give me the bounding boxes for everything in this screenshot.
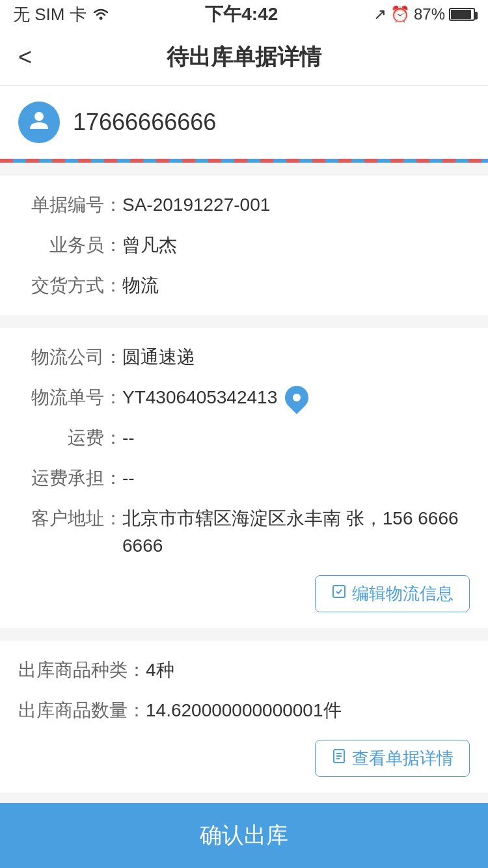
- logistics-info-section: 物流公司： 圆通速递 物流单号： YT4306405342413 运费： -- …: [0, 328, 488, 628]
- avatar: [18, 102, 60, 143]
- status-bar: 无 SIM 卡 下午4:42 ↗ ⏰ 87%: [0, 0, 488, 29]
- nav-bar: < 待出库单据详情: [0, 29, 488, 86]
- customer-header: 17666666666: [0, 86, 488, 159]
- customer-address-value: 北京市市辖区海淀区永丰南 张，156 6666 6666: [122, 505, 470, 560]
- product-quantity-value: 14.620000000000001件: [146, 697, 470, 724]
- confirm-outbound-label: 确认出库: [200, 821, 288, 850]
- edit-logistics-label: 编辑物流信息: [352, 582, 454, 605]
- status-right: ↗ ⏰ 87%: [373, 5, 475, 23]
- freight-value: --: [122, 424, 470, 452]
- basic-info-section: 单据编号： SA-20191227-001 业务员： 曾凡杰 交货方式： 物流: [0, 176, 488, 315]
- edit-logistics-button[interactable]: 编辑物流信息: [315, 575, 470, 612]
- salesperson-value: 曾凡杰: [122, 232, 470, 259]
- status-left: 无 SIM 卡: [13, 3, 110, 26]
- product-quantity-label: 出库商品数量：: [18, 697, 146, 724]
- logistics-company-label: 物流公司：: [18, 344, 122, 371]
- wifi-icon: [92, 5, 110, 25]
- svg-rect-2: [333, 586, 345, 597]
- location-pin-icon[interactable]: [280, 381, 314, 414]
- tracking-number-value: YT4306405342413: [122, 384, 470, 411]
- svg-point-1: [34, 112, 44, 121]
- location-status-icon: ↗: [373, 5, 386, 23]
- alarm-icon: ⏰: [390, 5, 410, 23]
- carrier-label: 无 SIM 卡: [13, 3, 87, 26]
- tracking-number-label: 物流单号：: [18, 384, 122, 411]
- logistics-company-row: 物流公司： 圆通速递: [18, 344, 470, 371]
- svg-point-0: [99, 16, 102, 20]
- freight-bearer-label: 运费承担：: [18, 465, 122, 492]
- view-detail-label: 查看单据详情: [352, 747, 454, 770]
- delivery-method-label: 交货方式：: [18, 272, 122, 299]
- battery-percent: 87%: [414, 5, 445, 23]
- view-detail-row: 查看单据详情: [18, 740, 470, 777]
- tracking-number-row: 物流单号： YT4306405342413: [18, 384, 470, 411]
- customer-address-label: 客户地址：: [18, 505, 122, 532]
- freight-label: 运费：: [18, 424, 122, 452]
- logistics-company-value: 圆通速递: [122, 344, 470, 371]
- back-button[interactable]: <: [18, 44, 32, 71]
- product-types-value: 4种: [146, 657, 470, 684]
- document-number-value: SA-20191227-001: [122, 191, 470, 219]
- product-types-label: 出库商品种类：: [18, 657, 146, 684]
- document-number-row: 单据编号： SA-20191227-001: [18, 191, 470, 219]
- page-title: 待出库单据详情: [167, 42, 321, 72]
- salesperson-row: 业务员： 曾凡杰: [18, 232, 470, 259]
- document-icon: [331, 748, 347, 768]
- product-types-row: 出库商品种类： 4种: [18, 657, 470, 684]
- outbound-info-section: 出库商品种类： 4种 出库商品数量： 14.620000000000001件 查…: [0, 641, 488, 793]
- tracking-number-text: YT4306405342413: [122, 384, 277, 411]
- freight-row: 运费： --: [18, 424, 470, 452]
- confirm-outbound-button[interactable]: 确认出库: [0, 803, 488, 868]
- document-number-label: 单据编号：: [18, 191, 122, 219]
- battery-icon: [449, 8, 475, 21]
- customer-phone: 17666666666: [73, 109, 216, 136]
- dashed-divider: [0, 159, 488, 163]
- product-quantity-row: 出库商品数量： 14.620000000000001件: [18, 697, 470, 724]
- status-time: 下午4:42: [205, 2, 278, 27]
- view-detail-button[interactable]: 查看单据详情: [315, 740, 470, 777]
- edit-logistics-row: 编辑物流信息: [18, 575, 470, 612]
- edit-icon: [331, 584, 347, 604]
- delivery-method-row: 交货方式： 物流: [18, 272, 470, 299]
- freight-bearer-value: --: [122, 465, 470, 492]
- customer-address-row: 客户地址： 北京市市辖区海淀区永丰南 张，156 6666 6666: [18, 505, 470, 560]
- user-icon: [27, 108, 51, 137]
- salesperson-label: 业务员：: [18, 232, 122, 259]
- delivery-method-value: 物流: [122, 272, 470, 299]
- freight-bearer-row: 运费承担： --: [18, 465, 470, 492]
